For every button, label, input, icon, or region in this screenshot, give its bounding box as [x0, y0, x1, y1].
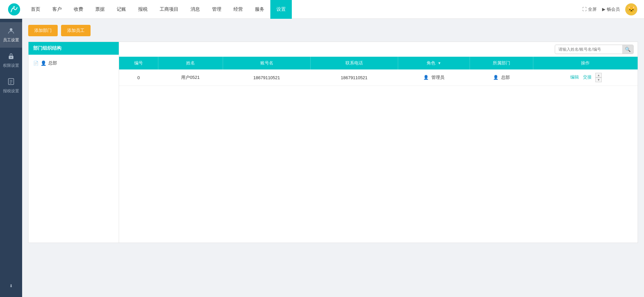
- nav-bill[interactable]: 票据: [89, 0, 111, 19]
- nav-tax[interactable]: 报税: [132, 0, 154, 19]
- svg-point-4: [11, 57, 12, 58]
- top-nav-right: ⛶ 全屏 ▶ 畅会员 🐱: [582, 3, 644, 15]
- filter-icon: ▼: [437, 61, 441, 65]
- nav-accounting[interactable]: 记账: [111, 0, 132, 19]
- col-phone: 联系电话: [310, 57, 398, 69]
- data-table: 编号 姓名 账号名 联系电话 角色 ▼ 所属部门 操作: [119, 57, 638, 86]
- sidebar: 员工设置 权限设置 报税设置: [0, 19, 22, 297]
- edit-link[interactable]: 编辑: [570, 75, 579, 80]
- user-avatar[interactable]: 🐱: [625, 3, 637, 15]
- logo-icon: [8, 3, 20, 15]
- add-department-button[interactable]: 添加部门: [28, 25, 58, 36]
- tree-header: 部门组织结构: [29, 42, 119, 55]
- vip-label: 畅会员: [607, 6, 620, 12]
- sidebar-item-tax-settings[interactable]: 报税设置: [0, 73, 22, 99]
- add-employee-button[interactable]: 添加员工: [61, 25, 91, 36]
- sidebar-bottom: ⬇: [0, 279, 22, 297]
- sidebar-download[interactable]: ⬇: [0, 279, 22, 293]
- file-icon: 📄: [33, 61, 39, 66]
- cell-id: 0: [119, 69, 158, 86]
- tree-node-root[interactable]: 📄 👤 总部: [32, 58, 115, 68]
- search-button[interactable]: 🔍: [622, 45, 633, 54]
- user-group-icon: 👤: [41, 60, 46, 66]
- col-department: 所属部门: [470, 57, 533, 69]
- main-layout: 员工设置 权限设置 报税设置: [0, 19, 644, 297]
- col-role[interactable]: 角色 ▼: [398, 57, 470, 69]
- sidebar-employee-label: 员工设置: [3, 37, 19, 43]
- sidebar-tax-label: 报税设置: [3, 88, 19, 94]
- tree-body: 📄 👤 总部: [29, 55, 119, 71]
- nav-message[interactable]: 消息: [184, 0, 206, 19]
- dept-user-icon: 👤: [493, 75, 498, 80]
- fullscreen-button[interactable]: ⛶ 全屏: [582, 6, 597, 12]
- cell-role: 👤 管理员: [398, 69, 470, 86]
- nav-fee[interactable]: 收费: [68, 0, 89, 19]
- table-top: 🔍: [119, 42, 638, 57]
- fullscreen-icon: ⛶: [582, 7, 587, 12]
- nav-home[interactable]: 首页: [25, 0, 46, 19]
- sidebar-item-employee[interactable]: 员工设置: [0, 22, 22, 48]
- svg-point-1: [13, 6, 15, 8]
- scroll-down[interactable]: ▼: [595, 78, 602, 82]
- nav-operation[interactable]: 经营: [227, 0, 249, 19]
- row-scroll: ▲ ▼: [595, 73, 602, 82]
- download-icon: ⬇: [9, 284, 13, 288]
- tree-panel: 部门组织结构 📄 👤 总部: [29, 42, 119, 243]
- nav-customer[interactable]: 客户: [46, 0, 68, 19]
- col-name: 姓名: [158, 57, 223, 69]
- vip-icon: ▶: [602, 7, 605, 12]
- svg-rect-5: [8, 79, 14, 85]
- content-area: 添加部门 添加员工 部门组织结构 📄 👤 总部: [22, 19, 644, 297]
- col-account: 账号名: [223, 57, 311, 69]
- scroll-up[interactable]: ▲: [595, 73, 602, 78]
- sidebar-permission-label: 权限设置: [3, 63, 19, 68]
- search-input[interactable]: [555, 45, 622, 53]
- transfer-link[interactable]: 交接: [583, 75, 592, 80]
- nav-business[interactable]: 工商项目: [154, 0, 184, 19]
- vip-button[interactable]: ▶ 畅会员: [602, 6, 620, 12]
- table-panel: 🔍 编号 姓名 账号名 联系电话 角色 ▼: [119, 42, 638, 243]
- action-row: 添加部门 添加员工: [28, 25, 638, 36]
- nav-settings[interactable]: 设置: [270, 0, 292, 19]
- cell-department: 👤 总部: [470, 69, 533, 86]
- fullscreen-label: 全屏: [588, 6, 597, 12]
- table-row: 0 用户0521 18679110521 18679110521 👤 管理员 👤…: [119, 69, 638, 86]
- employee-icon: [7, 27, 15, 36]
- col-id: 编号: [119, 57, 158, 69]
- cell-account: 18679110521: [223, 69, 311, 86]
- content-box: 部门组织结构 📄 👤 总部 🔍: [28, 42, 638, 243]
- nav-items: 首页 客户 收费 票据 记账 报税 工商项目 消息 管理 经营 服务 设置: [25, 0, 582, 19]
- col-action: 操作: [533, 57, 638, 69]
- svg-point-2: [10, 28, 12, 31]
- top-nav: 首页 客户 收费 票据 记账 报税 工商项目 消息 管理 经营 服务 设置 ⛶ …: [0, 0, 644, 19]
- sidebar-item-permission[interactable]: 权限设置: [0, 48, 22, 73]
- tax-settings-icon: [7, 78, 15, 87]
- cell-actions: 编辑 交接 ▲ ▼: [533, 69, 638, 86]
- cell-phone: 18679110521: [310, 69, 398, 86]
- nav-manage[interactable]: 管理: [206, 0, 227, 19]
- lock-icon: [8, 52, 14, 61]
- logo: [3, 3, 25, 15]
- role-user-icon: 👤: [423, 75, 429, 80]
- nav-service[interactable]: 服务: [249, 0, 270, 19]
- search-box: 🔍: [555, 45, 634, 54]
- tree-node-label: 总部: [48, 60, 57, 66]
- cell-name: 用户0521: [158, 69, 223, 86]
